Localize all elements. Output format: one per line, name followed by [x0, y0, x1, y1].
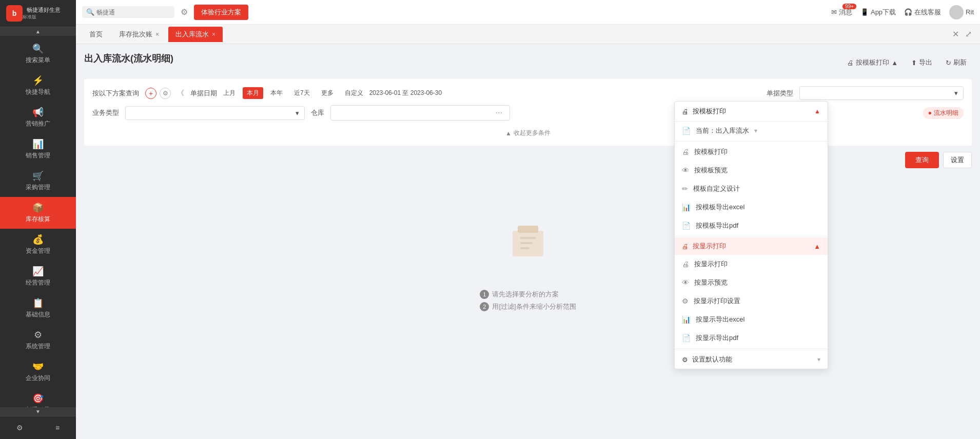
filter-collapse-button[interactable]: 《	[177, 89, 184, 98]
sidebar-item-enterprise[interactable]: 🤝企业协同	[0, 356, 76, 388]
promo-button[interactable]: 体验行业方案	[194, 5, 248, 20]
template-preview-item[interactable]: 👁 按模板预览	[675, 161, 828, 179]
tab-home[interactable]: 首页	[82, 27, 110, 42]
display-print-section-label: 按显示打印	[693, 242, 726, 251]
settings-footer-btn[interactable]: ⚙	[14, 422, 25, 434]
print-dropdown-header[interactable]: 🖨 按模板打印 ▲	[675, 102, 828, 122]
search-box[interactable]: 🔍	[82, 6, 174, 18]
app-download-button[interactable]: 📱 App下载	[860, 8, 896, 17]
nav-label-operations: 经营管理	[26, 278, 50, 287]
top-bar-right: ✉ 消息 99+ 📱 App下载 🎧 在线客服 Rit	[831, 5, 974, 19]
sidebar-item-inventory[interactable]: 📦库存核算	[0, 197, 76, 229]
display-preview-icon: 👁	[682, 278, 689, 287]
sidebar-item-system[interactable]: ⚙系统管理	[0, 324, 76, 356]
sidebar-item-purchase[interactable]: 🛒采购管理	[0, 165, 76, 197]
message-badge: 99+	[842, 4, 856, 9]
nav-label-shortcut: 快捷导航	[26, 88, 50, 96]
business-type-dropdown[interactable]: ▾	[125, 106, 305, 120]
current-chevron: ▾	[754, 127, 757, 134]
display-print-item[interactable]: 🖨 按显示打印	[675, 255, 828, 273]
divider-2	[675, 236, 828, 236]
set-default-icon: ⚙	[682, 356, 688, 364]
sidebar-scroll-down[interactable]: ▼	[0, 407, 76, 416]
display-preview-label: 按显示预览	[694, 278, 728, 287]
sidebar-item-operations[interactable]: 📈经营管理	[0, 261, 76, 292]
collapse-up-icon: ▲	[505, 130, 512, 137]
date-btn-7days[interactable]: 近7天	[290, 87, 314, 99]
printer-icon: 🖨	[847, 59, 854, 67]
doc-type-dropdown[interactable]: ▾	[799, 86, 964, 100]
nav-icon-enterprise: 🤝	[32, 361, 44, 372]
export-button[interactable]: ⬆ 导出	[906, 55, 937, 70]
display-preview-item[interactable]: 👁 按显示预览	[675, 273, 828, 292]
sidebar-item-shortcut[interactable]: ⚡快捷导航	[0, 70, 76, 102]
sidebar-item-search[interactable]: 🔍搜索菜单	[0, 38, 76, 70]
display-export-excel-item[interactable]: 📊 按显示导出excel	[675, 310, 828, 329]
print-label: 按模板打印	[856, 58, 889, 67]
nav-icon-guide: 🎯	[32, 393, 44, 404]
refresh-label: 刷新	[953, 58, 967, 67]
nav-icon-search: 🔍	[32, 43, 44, 54]
chevron-down-icon-2: ▾	[296, 109, 299, 117]
template-export-pdf-item[interactable]: 📄 按模板导出pdf	[675, 216, 828, 235]
filter-add-button[interactable]: +	[145, 88, 156, 99]
date-btn-more[interactable]: 更多	[317, 87, 338, 99]
template-pdf-icon: 📄	[682, 222, 691, 230]
message-button[interactable]: ✉ 消息 99+	[831, 8, 852, 17]
template-custom-icon: ✏	[682, 185, 688, 193]
date-btn-this-year[interactable]: 本年	[266, 87, 287, 99]
tab-inventory-batch[interactable]: 库存批次账 ×	[112, 27, 166, 42]
warehouse-ellipsis-button[interactable]: ···	[494, 108, 504, 117]
current-template-item[interactable]: 📄 当前：出入库流水 ▾	[675, 122, 828, 140]
step-1-text: 请先选择要分析的方案	[492, 290, 559, 299]
date-filter-label: 单据日期	[190, 89, 217, 98]
search-input[interactable]	[96, 9, 170, 16]
user-avatar[interactable]: Rit	[949, 5, 974, 19]
template-export-excel-item[interactable]: 📊 按模板导出excel	[675, 198, 828, 216]
warehouse-dropdown[interactable]: ···	[330, 105, 510, 121]
nav-icon-finance: 💰	[32, 234, 44, 245]
customer-service-button[interactable]: 🎧 在线客服	[904, 8, 941, 17]
top-bar: 🔍 ⚙ 体验行业方案 ✉ 消息 99+ 📱 App下载 🎧 在线客服	[76, 0, 980, 25]
settings-button[interactable]: 设置	[943, 152, 972, 168]
template-preview-icon: 👁	[682, 166, 689, 174]
tab-inventory-batch-close[interactable]: ×	[155, 31, 159, 38]
gear-icon[interactable]: ⚙	[179, 5, 190, 19]
sidebar-scroll-up[interactable]: ▲	[0, 27, 76, 36]
date-btn-last-month[interactable]: 上月	[219, 87, 240, 99]
template-excel-icon: 📊	[682, 203, 691, 211]
sidebar-item-finance[interactable]: 💰资金管理	[0, 229, 76, 261]
nav-icon-marketing: 📢	[32, 107, 44, 118]
query-button[interactable]: 查询	[905, 152, 939, 168]
date-btn-custom[interactable]: 自定义	[341, 87, 367, 99]
maximize-tab-button[interactable]: ⤢	[963, 28, 974, 40]
sidebar-item-basic[interactable]: 📋基础信息	[0, 292, 76, 324]
tab-inout-flow[interactable]: 出入库流水 ×	[168, 27, 223, 42]
tab-inout-flow-close[interactable]: ×	[212, 31, 215, 38]
tabs-right-controls: ✕ ⤢	[950, 28, 974, 40]
sidebar-item-sales[interactable]: 📊销售管理	[0, 133, 76, 165]
main-area: 🔍 ⚙ 体验行业方案 ✉ 消息 99+ 📱 App下载 🎧 在线客服	[76, 0, 980, 439]
close-tab-button[interactable]: ✕	[950, 28, 961, 40]
collapse-button[interactable]: ▲ 收起更多条件	[505, 129, 551, 137]
display-print-settings-item[interactable]: ⚙ 按显示打印设置	[675, 292, 828, 310]
date-btn-this-month[interactable]: 本月	[243, 87, 263, 99]
sidebar-item-guide[interactable]: 🎯新手引导	[0, 388, 76, 407]
print-button[interactable]: 🖨 按模板打印 ▲	[842, 55, 903, 70]
template-custom-item[interactable]: ✏ 模板自定义设计	[675, 179, 828, 198]
set-default-row[interactable]: ⚙ 设置默认功能 ▾	[675, 350, 828, 369]
message-icon: ✉	[831, 8, 837, 16]
display-export-pdf-item[interactable]: 📄 按显示导出pdf	[675, 329, 828, 347]
nav-icon-system: ⚙	[34, 329, 42, 341]
template-print-item[interactable]: 🖨 按模板打印	[675, 143, 828, 161]
search-icon: 🔍	[86, 8, 94, 16]
template-custom-label: 模板自定义设计	[693, 184, 740, 193]
help-footer-btn[interactable]: ≡	[53, 422, 62, 434]
nav-icon-basic: 📋	[32, 297, 44, 309]
sidebar-item-marketing[interactable]: 📢营销推广	[0, 102, 76, 133]
refresh-button[interactable]: ↻ 刷新	[940, 55, 972, 70]
display-print-section-header[interactable]: 🖨 按显示打印 ▲	[675, 237, 828, 255]
tab-home-label: 首页	[89, 30, 103, 39]
filter-setting-button[interactable]: ⚙	[160, 88, 171, 99]
display-print-section-label-wrap: 🖨 按显示打印	[682, 242, 726, 251]
